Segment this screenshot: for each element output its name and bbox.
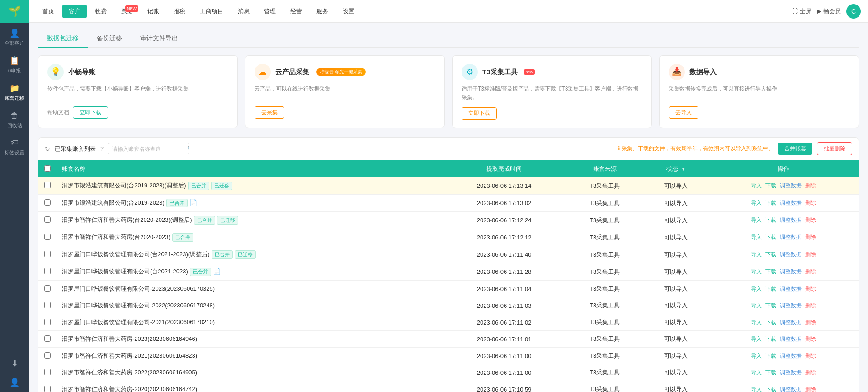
tab-backup-migration[interactable]: 备份迁移	[88, 30, 131, 48]
action-删除[interactable]: 删除	[805, 251, 816, 258]
action-导入[interactable]: 导入	[751, 302, 762, 309]
action-调整数据[interactable]: 调整数据	[780, 251, 802, 258]
xiaochang-help-link[interactable]: 帮助文档	[47, 109, 69, 116]
sidebar-item-all-clients[interactable]: 👤 全部客户	[0, 23, 29, 50]
row-checkbox[interactable]	[44, 352, 51, 359]
sidebar-item-zero-report[interactable]: 📋 0申报	[0, 50, 29, 78]
action-删除[interactable]: 删除	[805, 286, 816, 292]
tab-data-migration[interactable]: 数据包迁移	[38, 30, 88, 48]
action-导入[interactable]: 导入	[751, 286, 762, 292]
row-checkbox[interactable]	[44, 268, 51, 274]
row-checkbox[interactable]	[44, 319, 51, 325]
batch-delete-btn[interactable]: 批量删除	[817, 142, 852, 155]
topnav-item-service[interactable]: 服务	[310, 5, 335, 18]
topnav-item-fees[interactable]: 收费	[89, 5, 113, 18]
import-go-btn[interactable]: 去导入	[669, 106, 698, 119]
vip-btn[interactable]: ▶ 畅会员	[817, 7, 841, 15]
action-调整数据[interactable]: 调整数据	[780, 182, 802, 189]
action-下载[interactable]: 下载	[765, 268, 776, 275]
action-导入[interactable]: 导入	[751, 336, 762, 342]
row-checkbox[interactable]	[44, 199, 51, 206]
list-help-icon[interactable]: ?	[100, 145, 104, 152]
action-导入[interactable]: 导入	[751, 200, 762, 206]
action-导入[interactable]: 导入	[751, 217, 762, 223]
action-删除[interactable]: 删除	[805, 386, 816, 392]
action-下载[interactable]: 下载	[765, 302, 776, 309]
row-checkbox[interactable]	[44, 234, 51, 240]
action-下载[interactable]: 下载	[765, 286, 776, 292]
t3-download-btn[interactable]: 立即下载	[462, 107, 497, 120]
sidebar-item-tag-settings[interactable]: 🏷 标签设置	[0, 133, 29, 160]
action-删除[interactable]: 删除	[805, 182, 816, 189]
action-导入[interactable]: 导入	[751, 234, 762, 240]
action-调整数据[interactable]: 调整数据	[780, 353, 802, 359]
action-下载[interactable]: 下载	[765, 336, 776, 342]
topnav-item-tax[interactable]: 报税	[167, 5, 192, 18]
action-导入[interactable]: 导入	[751, 319, 762, 325]
user-avatar[interactable]: C	[846, 4, 861, 19]
topnav-item-operations[interactable]: 经营	[284, 5, 308, 18]
row-checkbox[interactable]	[44, 251, 51, 257]
search-input[interactable]	[108, 144, 184, 154]
sidebar-item-recycle[interactable]: 🗑 回收站	[0, 105, 29, 133]
search-btn[interactable]: 🔍	[184, 143, 189, 154]
action-导入[interactable]: 导入	[751, 182, 762, 189]
action-调整数据[interactable]: 调整数据	[780, 369, 802, 376]
action-删除[interactable]: 删除	[805, 200, 816, 206]
action-调整数据[interactable]: 调整数据	[780, 336, 802, 342]
action-调整数据[interactable]: 调整数据	[780, 286, 802, 292]
action-删除[interactable]: 删除	[805, 369, 816, 376]
tab-audit-export[interactable]: 审计文件导出	[131, 30, 187, 48]
sidebar-item-download[interactable]: ⬇	[0, 354, 29, 373]
action-删除[interactable]: 删除	[805, 217, 816, 223]
action-删除[interactable]: 删除	[805, 302, 816, 309]
action-删除[interactable]: 删除	[805, 268, 816, 275]
topnav-item-home[interactable]: 首页	[36, 5, 61, 18]
row-checkbox[interactable]	[44, 386, 51, 392]
topnav-item-messages[interactable]: 消息	[231, 5, 256, 18]
xiaochang-download-btn[interactable]: 立即下载	[73, 106, 108, 119]
action-导入[interactable]: 导入	[751, 268, 762, 275]
action-导入[interactable]: 导入	[751, 251, 762, 258]
action-下载[interactable]: 下载	[765, 386, 776, 392]
action-调整数据[interactable]: 调整数据	[780, 386, 802, 392]
fullscreen-btn[interactable]: ⛶ 全屏	[792, 7, 811, 15]
action-导入[interactable]: 导入	[751, 369, 762, 376]
action-调整数据[interactable]: 调整数据	[780, 200, 802, 206]
select-all-checkbox[interactable]	[44, 165, 51, 172]
topnav-item-manage[interactable]: 管理	[258, 5, 282, 18]
action-下载[interactable]: 下载	[765, 319, 776, 325]
row-checkbox[interactable]	[44, 335, 51, 342]
action-导入[interactable]: 导入	[751, 386, 762, 392]
topnav-item-bills[interactable]: 票据 NEW	[115, 5, 139, 18]
action-删除[interactable]: 删除	[805, 234, 816, 240]
sidebar-item-user-settings[interactable]: 👤	[0, 373, 29, 392]
action-调整数据[interactable]: 调整数据	[780, 268, 802, 275]
row-checkbox[interactable]	[44, 216, 51, 223]
action-导入[interactable]: 导入	[751, 353, 762, 359]
action-调整数据[interactable]: 调整数据	[780, 234, 802, 240]
action-下载[interactable]: 下载	[765, 353, 776, 359]
row-checkbox[interactable]	[44, 285, 51, 292]
action-下载[interactable]: 下载	[765, 182, 776, 189]
action-调整数据[interactable]: 调整数据	[780, 217, 802, 223]
action-调整数据[interactable]: 调整数据	[780, 302, 802, 309]
action-删除[interactable]: 删除	[805, 353, 816, 359]
refresh-icon[interactable]: ↻	[45, 145, 50, 153]
topnav-item-business[interactable]: 工商项目	[193, 5, 230, 18]
topnav-item-bookkeeping[interactable]: 记账	[141, 5, 165, 18]
action-删除[interactable]: 删除	[805, 336, 816, 342]
cloud-collect-btn[interactable]: 去采集	[255, 106, 284, 119]
row-checkbox[interactable]	[44, 369, 51, 375]
action-下载[interactable]: 下载	[765, 234, 776, 240]
action-删除[interactable]: 删除	[805, 319, 816, 325]
merge-accounts-btn[interactable]: 合并账套	[778, 143, 812, 155]
row-checkbox[interactable]	[44, 302, 51, 308]
sidebar-item-account-migrate[interactable]: 📁 账套迁移	[0, 78, 29, 105]
topnav-item-clients[interactable]: 客户	[62, 5, 87, 18]
row-checkbox[interactable]	[44, 182, 51, 188]
action-调整数据[interactable]: 调整数据	[780, 319, 802, 325]
action-下载[interactable]: 下载	[765, 217, 776, 223]
action-下载[interactable]: 下载	[765, 369, 776, 376]
action-下载[interactable]: 下载	[765, 200, 776, 206]
